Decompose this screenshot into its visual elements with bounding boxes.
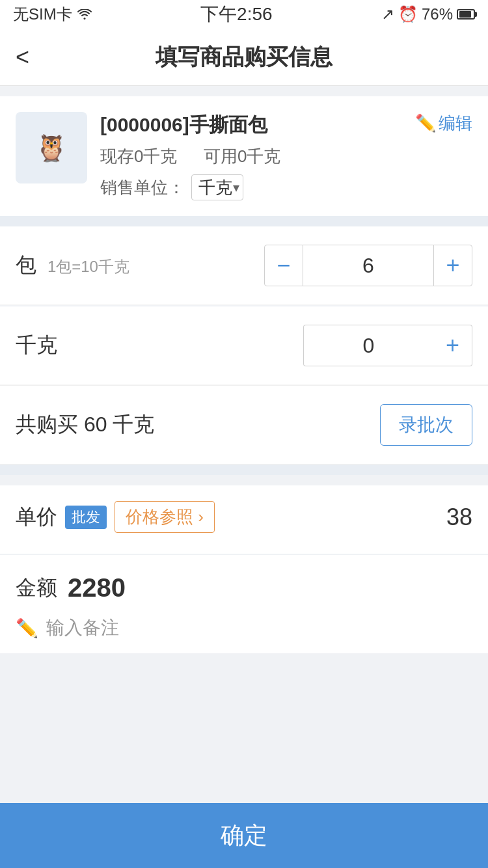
product-unit-row: 销售单位： 千克 xyxy=(100,174,472,200)
kilogram-quantity-input[interactable] xyxy=(303,325,433,366)
stock-text: 现存0千克 xyxy=(100,146,177,166)
location-icon: ↗ xyxy=(381,5,394,23)
package-input-section: 包 1包=10千克 − + xyxy=(0,226,488,305)
amount-row: 金额 2280 xyxy=(16,573,472,603)
edit-label: 编辑 xyxy=(439,112,472,135)
kilogram-row: 千克 + xyxy=(0,306,488,385)
price-ref-button[interactable]: 价格参照 › xyxy=(115,501,215,533)
price-label: 单价 xyxy=(16,503,57,532)
alarm-icon: ⏰ xyxy=(398,5,418,23)
total-text: 共购买 60 千克 xyxy=(16,411,154,439)
unit-label: 销售单位： xyxy=(100,176,185,199)
package-row: 包 1包=10千克 − + xyxy=(0,226,488,305)
battery-text: 76% xyxy=(422,5,453,23)
amount-value: 2280 xyxy=(68,573,126,603)
price-label-group: 单价 批发 价格参照 › xyxy=(16,501,215,533)
kilogram-input-section: 千克 + xyxy=(0,306,488,385)
price-row: 单价 批发 价格参照 › 38 xyxy=(16,501,472,533)
edit-button[interactable]: ✏️ 编辑 xyxy=(415,112,472,135)
product-thumbnail: 🦉 xyxy=(16,112,87,183)
amount-label: 金额 xyxy=(16,574,57,603)
remark-pencil-icon: ✏️ xyxy=(16,617,38,639)
package-quantity-control: − + xyxy=(264,245,472,286)
price-section: 单价 批发 价格参照 › 38 xyxy=(0,485,488,554)
confirm-text: 确定 xyxy=(221,820,267,852)
status-right: ↗ ⏰ 76% xyxy=(381,5,475,23)
back-button[interactable]: < xyxy=(16,44,29,71)
batch-button[interactable]: 录批次 xyxy=(380,404,472,446)
unit-select[interactable]: 千克 xyxy=(191,174,243,200)
kilogram-quantity-control: + xyxy=(303,325,472,366)
product-thumb-icon: 🦉 xyxy=(35,133,68,163)
batch-tag: 批发 xyxy=(65,506,107,529)
kilogram-label: 千克 xyxy=(16,331,303,360)
package-sublabel: 1包=10千克 xyxy=(47,258,129,275)
unit-select-wrapper[interactable]: 千克 xyxy=(191,174,243,200)
status-time: 下午2:56 xyxy=(200,2,273,27)
product-card: 🦉 [0000006]手撕面包 现存0千克 可用0千克 销售单位： 千克 ✏️ … xyxy=(0,96,488,216)
status-left: 无SIM卡 xyxy=(13,4,92,25)
edit-icon: ✏️ xyxy=(415,113,436,133)
remark-label: 输入备注 xyxy=(46,616,119,640)
spacer xyxy=(182,146,199,166)
kilogram-increment-button[interactable]: + xyxy=(433,325,472,366)
price-value: 38 xyxy=(446,504,472,531)
carrier-text: 无SIM卡 xyxy=(13,4,72,25)
page-title: 填写商品购买信息 xyxy=(156,42,332,72)
total-row: 共购买 60 千克 录批次 xyxy=(0,385,488,465)
section-divider-1 xyxy=(0,216,488,226)
product-stock: 现存0千克 可用0千克 xyxy=(100,145,472,168)
package-quantity-input[interactable] xyxy=(303,245,433,286)
wifi-icon xyxy=(77,5,92,23)
available-text: 可用0千克 xyxy=(204,146,280,166)
section-divider-2 xyxy=(0,465,488,475)
package-decrement-button[interactable]: − xyxy=(264,245,303,286)
confirm-bar[interactable]: 确定 xyxy=(0,803,488,868)
amount-section: 金额 2280 ✏️ 输入备注 xyxy=(0,555,488,653)
status-bar: 无SIM卡 下午2:56 ↗ ⏰ 76% xyxy=(0,0,488,29)
battery-icon xyxy=(457,9,475,20)
bottom-space xyxy=(0,653,488,783)
nav-bar: < 填写商品购买信息 xyxy=(0,29,488,86)
package-label: 包 1包=10千克 xyxy=(16,251,264,280)
remark-row[interactable]: ✏️ 输入备注 xyxy=(16,616,472,640)
package-increment-button[interactable]: + xyxy=(433,245,472,286)
